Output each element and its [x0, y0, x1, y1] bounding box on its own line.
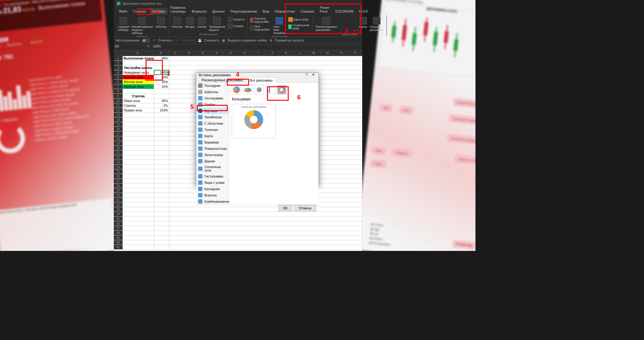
- shapes-button[interactable]: Фигуры: [185, 16, 196, 29]
- col-header[interactable]: J: [265, 50, 279, 56]
- pie-subtype-pieofpie[interactable]: [254, 85, 264, 94]
- maps-button[interactable]: Карты: [358, 16, 368, 29]
- chart-cat-funnel[interactable]: Воронка: [196, 192, 229, 198]
- chart-cat-bar[interactable]: Линейчатая: [196, 114, 229, 120]
- col-header[interactable]: N: [321, 50, 335, 56]
- cell[interactable]: Настройка шкалы: [123, 65, 154, 70]
- chart-cat-waterfall[interactable]: Каскадная: [196, 186, 229, 192]
- cell[interactable]: 45%: [154, 99, 169, 103]
- tab-home[interactable]: Главная: [130, 8, 149, 14]
- tab-developer[interactable]: Разработчик: [272, 8, 297, 14]
- chart-cat-column[interactable]: Гистограмма: [196, 95, 229, 101]
- fx-icon[interactable]: fx: [145, 44, 152, 50]
- chart-type-icon[interactable]: [352, 22, 357, 27]
- col-header[interactable]: M: [307, 50, 321, 56]
- redo-button[interactable]: Повторить: [180, 39, 195, 42]
- chart-type-icon[interactable]: [339, 28, 344, 33]
- save-button[interactable]: Сохранить: [204, 39, 220, 42]
- autosave-toggle[interactable]: [142, 39, 150, 42]
- cell[interactable]: Стрелка: [123, 103, 154, 108]
- social-graph-button[interactable]: Социальный граф: [287, 23, 311, 31]
- dialog-help-button[interactable]: ?: [304, 73, 309, 77]
- chart-cat-boxwhisker[interactable]: Ящик с усами: [196, 179, 229, 186]
- chart-type-icon[interactable]: [345, 22, 350, 27]
- pie-subtype-pie[interactable]: [232, 85, 241, 94]
- cell[interactable]: 153%: [154, 108, 169, 112]
- tab-powerpivot[interactable]: Power Pivot: [317, 4, 332, 14]
- chart-type-icon[interactable]: [339, 22, 344, 27]
- chart-cat-sunburst[interactable]: Солнечные лучи: [196, 164, 229, 173]
- tab-view[interactable]: Вид: [260, 8, 272, 14]
- chart-cat-line[interactable]: График: [196, 101, 229, 108]
- dialog-close-button[interactable]: ✕: [311, 73, 316, 77]
- chart-cat-map[interactable]: Карта: [196, 133, 229, 139]
- col-header[interactable]: K: [279, 50, 293, 56]
- col-header[interactable]: G: [224, 50, 238, 56]
- chart-cat-recent[interactable]: Последние: [196, 82, 229, 89]
- chart-cat-histogram[interactable]: Гистограмма: [196, 173, 229, 179]
- col-header[interactable]: P: [348, 50, 362, 56]
- pie-subtype-doughnut[interactable]: [277, 85, 286, 94]
- tab-review[interactable]: Рецензирование: [228, 8, 260, 14]
- tab-plex[interactable]: PLEX: [357, 8, 370, 14]
- tab-file[interactable]: Файл: [116, 8, 130, 14]
- highlight-visible-button[interactable]: Выделить видимые ячейки: [227, 39, 267, 42]
- col-header[interactable]: B: [153, 50, 169, 56]
- name-box[interactable]: B4: [114, 44, 145, 50]
- tab-icecream[interactable]: ICECREAM: [333, 8, 356, 14]
- query-params-button[interactable]: Параметры запроса: [275, 39, 304, 42]
- chart-type-icon[interactable]: [352, 16, 357, 21]
- col-header[interactable]: D: [182, 50, 196, 56]
- cell[interactable]: 2%: [154, 103, 169, 108]
- cancel-button[interactable]: Отмена: [294, 205, 316, 211]
- chart-cat-combo[interactable]: Комбинированная: [196, 198, 229, 205]
- cell[interactable]: Зелёная зона: [123, 84, 154, 89]
- chart-type-icon[interactable]: [352, 28, 357, 33]
- recommended-pivots-button[interactable]: Рекомендуемые сводные таблицы: [131, 16, 153, 35]
- chart-cat-surface[interactable]: Поверхностная: [196, 145, 229, 152]
- cell[interactable]: Стрелка: [123, 94, 154, 98]
- tab-layout[interactable]: Разметка страницы: [168, 4, 188, 14]
- my-addins-button[interactable]: Мои надстройки: [249, 24, 271, 32]
- table-button[interactable]: Таблица: [155, 16, 167, 29]
- col-header[interactable]: E: [196, 50, 210, 56]
- dialog-tab-all[interactable]: Все диаграммы: [246, 77, 276, 82]
- cell[interactable]: 15%: [154, 84, 169, 89]
- get-addins-button[interactable]: Получить надстройки: [249, 16, 271, 24]
- chart-cat-radar[interactable]: Лепестковая: [196, 152, 229, 158]
- col-header[interactable]: I: [252, 50, 265, 56]
- pie-subtype-barofpie[interactable]: [266, 85, 275, 94]
- ok-button[interactable]: ОК: [278, 205, 292, 211]
- cell[interactable]: 35%: [154, 80, 169, 84]
- col-header[interactable]: L: [293, 50, 307, 56]
- visio-button[interactable]: Visio Data Visualizer: [273, 16, 286, 35]
- smartart-button[interactable]: SmartArt: [227, 16, 245, 23]
- cell[interactable]: 45%: [154, 56, 169, 60]
- chart-cat-scatter[interactable]: Точечная: [196, 127, 229, 133]
- icons-button[interactable]: Значки: [197, 16, 207, 29]
- chart-cat-stock[interactable]: Биржевая: [196, 139, 229, 145]
- pie-subtype-3dpie[interactable]: [243, 85, 253, 94]
- chart-cat-pie[interactable]: Круговая: [196, 108, 229, 114]
- col-header[interactable]: O: [335, 50, 348, 56]
- chart-cat-treemap[interactable]: Дерево: [196, 158, 229, 164]
- tab-help[interactable]: Справка: [298, 8, 317, 14]
- col-header[interactable]: F: [210, 50, 224, 56]
- 3dmodels-button[interactable]: Трехмерные модели: [208, 16, 226, 32]
- tab-data[interactable]: Данные: [210, 8, 227, 14]
- cell[interactable]: Жёлтая зона: [123, 80, 154, 84]
- tab-formulas[interactable]: Формулы: [189, 8, 209, 14]
- bingmaps-button[interactable]: Карты Bing: [287, 16, 311, 23]
- formula-input[interactable]: 100%: [152, 44, 362, 50]
- cell[interactable]: Правая зона: [123, 108, 154, 112]
- chart-preview[interactable]: Название диаграммы: [232, 104, 276, 139]
- recommended-charts-button[interactable]: Рекомендуемые диаграммы: [315, 16, 338, 32]
- pictures-button[interactable]: Рисунки: [171, 16, 183, 29]
- pivotchart-button[interactable]: Сводная диаграмма: [369, 16, 385, 32]
- col-header[interactable]: H: [238, 50, 252, 56]
- screenshot-button[interactable]: Снимок: [227, 23, 245, 29]
- col-header[interactable]: A: [122, 50, 153, 56]
- undo-button[interactable]: Отменить: [158, 39, 172, 42]
- chart-cat-templates[interactable]: Шаблоны: [196, 89, 229, 95]
- cell[interactable]: Левая зона: [123, 99, 154, 103]
